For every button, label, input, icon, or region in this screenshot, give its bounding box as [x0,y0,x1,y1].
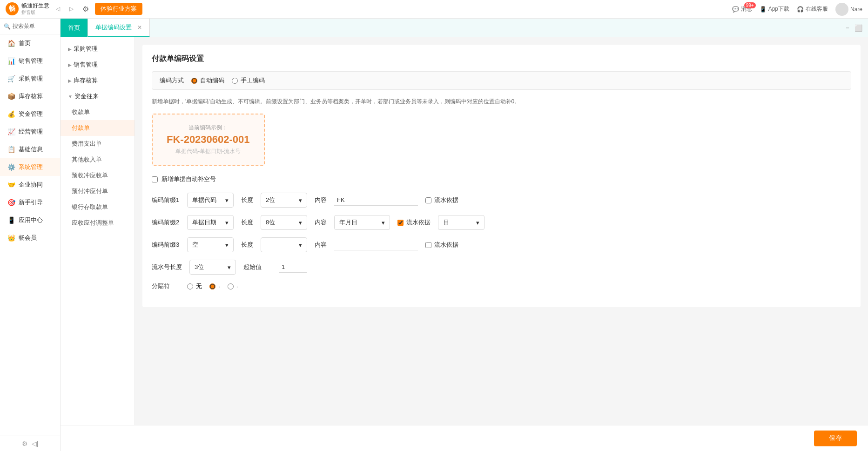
experience-button[interactable]: 体验行业方案 [95,3,142,15]
sub-menu-group-finance-title[interactable]: ▼ 资金往来 [61,88,135,104]
sidebar-item-inventory[interactable]: 📦 库存核算 [0,88,60,105]
preview-code: FK-20230602-001 [167,134,250,146]
content-2-select[interactable]: 年月日 ▾ [334,215,390,230]
sub-menu-item-payment[interactable]: 付款单 [61,120,135,136]
sidebar-search[interactable]: 🔍 搜索菜单 [0,19,60,34]
sidebar-item-enterprise[interactable]: 🤝 企业协同 [0,176,60,194]
content-2-value: 年月日 [339,218,357,227]
sep-dot2-radio[interactable] [228,283,234,289]
logo-text-group: 畅通好生意 拼音版 [21,2,49,15]
length-1-select[interactable]: 2位 ▾ [261,193,307,208]
logo-sub: 拼音版 [21,9,49,16]
sub-menu-group-purchase-title[interactable]: ▶ 采购管理 [61,41,135,57]
flow-depend-1[interactable]: 流水依据 [425,196,458,204]
app-download-action[interactable]: 📱 App下载 [760,5,789,13]
sub-menu-item-receipt[interactable]: 收款单 [61,104,135,120]
home-icon: 🏠 [7,40,15,47]
group-title-label: 采购管理 [74,45,98,53]
length-2-select[interactable]: 8位 ▾ [261,215,307,230]
sidebar: 🔍 搜索菜单 🏠 首页 📊 销售管理 🛒 采购管理 📦 库存核算 💰 [0,19,61,451]
message-action[interactable]: 💬 消息 99+ [732,5,752,13]
sub-menu-item-other-income[interactable]: 其他收入单 [61,152,135,168]
tab-home[interactable]: 首页 [61,19,88,37]
sub-menu-group-sales-title[interactable]: ▶ 销售管理 [61,57,135,73]
depend-unit-select[interactable]: 日 ▾ [438,215,484,230]
chevron-down-icon: ▾ [382,219,385,226]
sub-menu-item-prepay-payable[interactable]: 预付冲应付单 [61,183,135,199]
manual-encode-option[interactable]: 手工编码 [232,76,265,85]
tab-bar-actions: － ⬜ [839,24,868,32]
tab-maximize-icon[interactable]: ⬜ [855,24,862,32]
arrow-right-icon: ▶ [68,78,72,83]
nav-forward-icon[interactable]: ▷ [67,5,76,13]
sidebar-item-purchase[interactable]: 🛒 采购管理 [0,70,60,88]
sidebar-item-label: 采购管理 [19,74,43,83]
auto-encode-option[interactable]: 自动编码 [191,76,224,85]
basic-icon: 📋 [7,146,15,153]
sep-dot-option[interactable]: · [209,283,220,290]
sidebar-item-basic[interactable]: 📋 基础信息 [0,141,60,158]
sub-menu-item-expense[interactable]: 费用支出单 [61,136,135,152]
serial-row: 流水号长度 3位 ▾ 起始值 [152,260,851,275]
flow-depend-2-label: 流水依据 [406,218,431,227]
sidebar-item-sales[interactable]: 📊 销售管理 [0,52,60,70]
tab-close-icon[interactable]: ✕ [137,24,142,31]
chevron-down-icon: ▾ [299,197,302,204]
user-name: Nare [850,6,862,13]
start-value-input[interactable] [279,262,307,273]
depend-unit-value: 日 [443,218,449,227]
sidebar-item-label: 首页 [19,39,31,47]
save-button[interactable]: 保存 [814,431,857,446]
prefix-3-select[interactable]: 空 ▾ [187,237,234,252]
sidebar-item-apps[interactable]: 📱 应用中心 [0,211,60,229]
prefix-2-select[interactable]: 单据日期 ▾ [187,215,234,230]
sub-menu-group-inventory-title[interactable]: ▶ 库存核算 [61,73,135,88]
sidebar-item-guide[interactable]: 🎯 新手引导 [0,194,60,211]
sep-none-option[interactable]: 无 [187,282,202,290]
prefix-1-select[interactable]: 单据代码 ▾ [187,193,234,208]
arrow-right-icon: ▶ [68,47,72,52]
sidebar-item-system[interactable]: ⚙️ 系统管理 [0,158,60,176]
sidebar-item-label: 系统管理 [19,163,43,171]
flow-depend-1-checkbox[interactable] [425,197,431,203]
auto-encode-radio[interactable] [191,78,197,84]
sidebar-item-home[interactable]: 🏠 首页 [0,34,60,52]
flow-depend-3[interactable]: 流水依据 [425,241,458,249]
auto-fill-checkbox[interactable] [152,176,158,182]
flow-depend-2[interactable]: 流水依据 [397,218,431,227]
flow-depend-2-checkbox[interactable] [397,220,404,226]
collapse-icon[interactable]: ◁| [32,440,39,447]
length-3-select[interactable]: ▾ [261,237,307,252]
sep-dot2-option[interactable]: · [228,283,238,290]
manual-encode-radio[interactable] [232,78,238,84]
sidebar-item-member[interactable]: 👑 畅会员 [0,229,60,247]
sub-menu-item-adjustment[interactable]: 应收应付调整单 [61,215,135,231]
group-title-label: 库存核算 [74,76,98,85]
group-title-label: 销售管理 [74,61,98,69]
content-area: 首页 单据编码设置 ✕ － ⬜ ▶ 采购管理 [61,19,868,451]
sub-menu-item-bank-deposit[interactable]: 银行存取款单 [61,199,135,215]
online-service-action[interactable]: 🎧 在线客服 [797,5,828,13]
sidebar-item-finance[interactable]: 💰 资金管理 [0,105,60,123]
settings-bottom-icon[interactable]: ⚙ [22,440,28,447]
tab-minimize-icon[interactable]: － [844,24,851,32]
content-1-label: 内容 [315,196,327,204]
purchase-icon: 🛒 [7,75,15,82]
flow-depend-3-checkbox[interactable] [425,242,431,248]
settings-icon[interactable]: ⚙ [80,3,91,14]
sep-dot-radio[interactable] [209,283,215,289]
user-info[interactable]: Nare [835,3,862,16]
flow-depend-3-label: 流水依据 [434,241,458,249]
app-download-label: App下载 [768,5,789,13]
sep-none-radio[interactable] [187,283,193,289]
sidebar-item-operation[interactable]: 📈 经营管理 [0,123,60,141]
tab-encoding-settings[interactable]: 单据编码设置 ✕ [88,19,150,37]
chevron-down-icon: ▾ [299,219,302,226]
system-icon: ⚙️ [7,163,15,171]
sub-menu-item-prepay-receivable[interactable]: 预收冲应收单 [61,168,135,183]
separator-row: 分隔符 无 · · [152,282,851,290]
serial-length-select[interactable]: 3位 ▾ [189,260,236,275]
start-value-label: 起始值 [243,263,271,271]
nav-back-icon[interactable]: ◁ [53,5,63,13]
sidebar-menu: 🏠 首页 📊 销售管理 🛒 采购管理 📦 库存核算 💰 资金管理 📈 经 [0,34,60,436]
